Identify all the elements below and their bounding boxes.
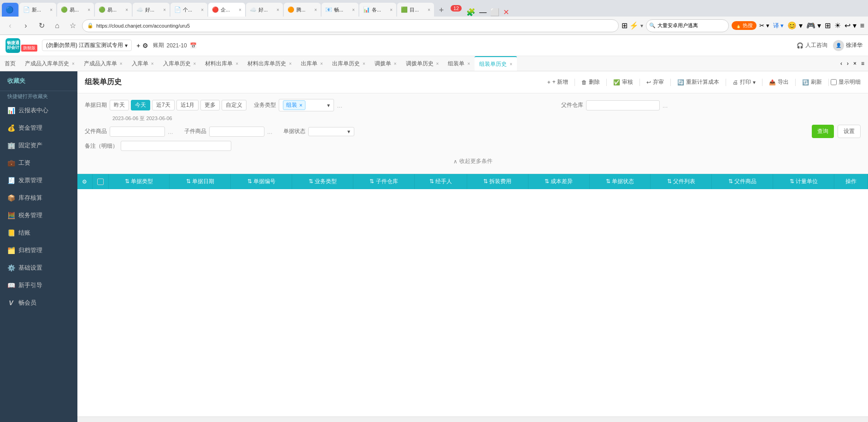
apps-icon[interactable]: ⊞	[825, 21, 831, 30]
undo-icon[interactable]: ↩ ▾	[845, 21, 856, 30]
select-all-checkbox[interactable]	[97, 179, 104, 185]
yesterday-btn[interactable]: 昨天	[110, 100, 129, 110]
nav-tab-assembly-history[interactable]: 组装单历史 ×	[475, 56, 517, 71]
sidebar-item-inventory[interactable]: 📦 库存核算	[0, 189, 77, 207]
dropdown-icon[interactable]: ▾	[640, 23, 643, 29]
close-button[interactable]: ✕	[503, 8, 509, 17]
th-bill-status[interactable]: ⇅ 单据状态	[589, 174, 651, 189]
tab-close-9[interactable]: ×	[352, 7, 355, 12]
child-goods-more[interactable]: ...	[267, 128, 273, 135]
url-bar[interactable]: 🔒 https://cloud.chanjet.com/accounting/u…	[82, 19, 619, 32]
settings-icon[interactable]: ⚙	[142, 42, 148, 49]
nav-tab-close-assembly-history[interactable]: ×	[510, 62, 512, 67]
nav-tab-inbound[interactable]: 入库单 ×	[127, 56, 158, 71]
today-btn[interactable]: 今天	[131, 100, 150, 110]
nav-tab-home[interactable]: 首页	[0, 56, 20, 71]
help-button[interactable]: 🎧 人工咨询	[797, 41, 827, 49]
th-handler[interactable]: ⇅ 经手人	[415, 174, 467, 189]
plus-icon[interactable]: +	[136, 42, 140, 49]
nav-tab-close[interactable]: ×	[235, 61, 238, 66]
tab-close-all[interactable]: ×	[851, 59, 858, 68]
parent-warehouse-input[interactable]	[586, 100, 660, 110]
maximize-button[interactable]: ⬜	[490, 8, 499, 17]
th-bill-type[interactable]: ⇅ 单据类型	[108, 174, 170, 189]
parent-goods-more[interactable]: ...	[168, 128, 173, 135]
game-icon[interactable]: 🎮 ▾	[806, 21, 821, 30]
sidebar-sub-label[interactable]: 快捷键打开收藏夹	[0, 91, 77, 102]
sidebar-item-invoice[interactable]: 🧾 发票管理	[0, 172, 77, 189]
nav-tab-close[interactable]: ×	[151, 61, 154, 66]
refresh-button[interactable]: ↻	[35, 19, 48, 32]
sidebar-item-archive[interactable]: 🗂️ 归档管理	[0, 242, 77, 259]
tab-close-1[interactable]: ×	[50, 7, 53, 12]
browser-tab-1[interactable]: 📄 新... ×	[19, 3, 56, 17]
status-selector[interactable]: ▾	[308, 127, 354, 136]
sidebar-item-base-settings[interactable]: ⚙️ 基础设置	[0, 259, 77, 277]
new-button[interactable]: + + 新增	[543, 76, 573, 88]
company-selector[interactable]: (勿删勿禁用) 江西服宝测试专用 ▾	[42, 40, 132, 51]
nav-tab-close[interactable]: ×	[194, 61, 196, 66]
business-type-input[interactable]: 组装 × ▾	[279, 99, 334, 111]
browser-tab-9[interactable]: 📧 畅... ×	[322, 3, 358, 17]
th-cost-diff[interactable]: ⇅ 成本差异	[528, 174, 589, 189]
browser-tab-3[interactable]: 🟢 易... ×	[95, 3, 132, 17]
th-unit[interactable]: ⇅ 计量单位	[773, 174, 834, 189]
sidebar-item-close-accounts[interactable]: 📒 结账	[0, 224, 77, 242]
th-child-warehouse[interactable]: ⇅ 子件仓库	[353, 174, 415, 189]
home-button[interactable]: ⌂	[51, 19, 64, 32]
th-gear[interactable]: ⚙	[77, 174, 92, 189]
browser-tab-4[interactable]: ☁️ 好... ×	[133, 3, 170, 17]
th-check[interactable]	[92, 174, 108, 189]
browser-tab-10[interactable]: 📊 各... ×	[359, 3, 396, 17]
sidebar-item-reports[interactable]: 📊 云报表中心	[0, 102, 77, 119]
qr-icon[interactable]: ⊞	[622, 21, 628, 30]
notes-input[interactable]	[121, 141, 231, 151]
nav-tab-inbound-history[interactable]: 入库单历史 ×	[158, 56, 201, 71]
browser-tab-7[interactable]: ☁️ 好... ×	[246, 3, 283, 17]
browser-logo-tab[interactable]: 🔵	[2, 3, 18, 17]
collapse-button[interactable]: ∧ 收起更多条件	[85, 155, 861, 168]
translate-icon[interactable]: 译 ▾	[773, 22, 784, 30]
refresh-button[interactable]: 🔃 刷新	[798, 76, 827, 88]
nav-tab-outbound-history[interactable]: 出库单历史 ×	[328, 56, 370, 71]
horizontal-scrollbar[interactable]	[77, 416, 868, 422]
th-disassemble-fee[interactable]: ⇅ 拆装费用	[467, 174, 528, 189]
back-button[interactable]: ‹	[4, 19, 17, 32]
warehouse-more[interactable]: ...	[663, 102, 668, 109]
7days-btn[interactable]: 近7天	[152, 100, 175, 110]
audit-button[interactable]: ✅ 审核	[609, 76, 638, 88]
settings-button[interactable]: 设置	[838, 125, 861, 138]
nav-tab-close[interactable]: ×	[363, 61, 365, 66]
th-parent-list[interactable]: ⇅ 父件列表	[651, 174, 712, 189]
lightning-icon[interactable]: ⚡	[629, 21, 639, 30]
nav-tab-close[interactable]: ×	[436, 61, 439, 66]
display-detail-checkbox[interactable]	[831, 79, 837, 85]
parent-goods-input[interactable]	[110, 127, 165, 137]
recalculate-button[interactable]: 🔄 重新计算成本	[673, 76, 724, 88]
custom-date-btn[interactable]: 自定义	[222, 100, 246, 110]
nav-tab-close[interactable]: ×	[394, 61, 397, 66]
th-bill-date[interactable]: ⇅ 单据日期	[170, 174, 231, 189]
scissors-icon[interactable]: ✂ ▾	[759, 22, 769, 29]
tab-close-5[interactable]: ×	[201, 7, 204, 12]
tab-more[interactable]: ≡	[859, 59, 866, 68]
browser-tab-11[interactable]: 🟩 目... ×	[397, 3, 434, 17]
sidebar-item-salary[interactable]: 💼 工资	[0, 154, 77, 172]
nav-tab-transfer-history[interactable]: 调拨单历史 ×	[401, 56, 444, 71]
tab-close-8[interactable]: ×	[314, 7, 317, 12]
sidebar-item-tax[interactable]: 🧮 税务管理	[0, 207, 77, 224]
nav-tab-close[interactable]: ×	[289, 61, 292, 66]
tab-close-3[interactable]: ×	[125, 7, 128, 12]
nav-tab-finished-goods-history[interactable]: 产成品入库单历史 ×	[20, 56, 79, 71]
nav-tab-transfer[interactable]: 调拨单 ×	[370, 56, 401, 71]
tab-close-2[interactable]: ×	[88, 7, 90, 12]
browser-tab-2[interactable]: 🟢 易... ×	[57, 3, 94, 17]
sidebar-item-guide[interactable]: 📖 新手引导	[0, 277, 77, 294]
browser-tab-8[interactable]: 🟠 腾... ×	[284, 3, 321, 17]
search-bar[interactable]: 🔍 大量安卓用户逃离	[646, 19, 729, 32]
nav-tab-material-outbound-history[interactable]: 材料出库单历史 ×	[243, 56, 296, 71]
more-date-btn[interactable]: 更多	[200, 100, 220, 110]
1month-btn[interactable]: 近1月	[176, 100, 199, 110]
tab-close-4[interactable]: ×	[163, 7, 166, 12]
nav-tab-material-outbound[interactable]: 材料出库单 ×	[200, 56, 243, 71]
